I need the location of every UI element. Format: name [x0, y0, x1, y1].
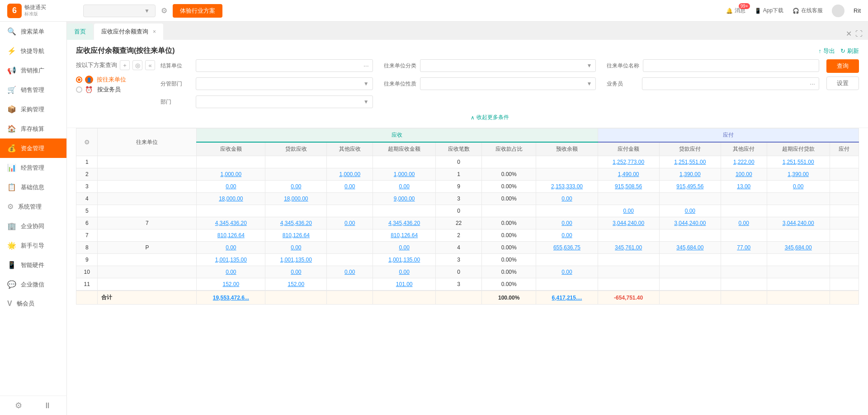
sidebar-item-search[interactable]: 🔍 搜索菜单: [0, 22, 66, 41]
overdue-ar-cell[interactable]: 0.00: [373, 181, 436, 193]
add-scheme-btn[interactable]: +: [120, 60, 130, 70]
query-btn[interactable]: 查询: [826, 59, 859, 73]
sidebar-item-guide[interactable]: 🌟 新手引导: [0, 236, 66, 255]
collapse-btn[interactable]: ∧ 收起更多条件: [160, 112, 819, 123]
overdue-ap-cell[interactable]: 345,684.00: [767, 242, 830, 254]
refresh-btn[interactable]: ↻ 刷新: [840, 47, 859, 55]
ar-amount-cell[interactable]: 0.00: [197, 266, 265, 278]
app-download-btn[interactable]: 📱 App下载: [755, 7, 783, 14]
sidebar-collapse-icon[interactable]: ⏸: [43, 401, 52, 410]
sidebar-item-inventory[interactable]: 🏠 库存核算: [0, 119, 66, 138]
sidebar-item-sales[interactable]: 🛒 销售管理: [0, 80, 66, 100]
ap-amount-cell[interactable]: 0.00: [598, 205, 659, 217]
loan-ar-cell[interactable]: 0.00: [265, 242, 327, 254]
sidebar-item-system[interactable]: ⚙ 系统管理: [0, 197, 66, 216]
other-ap-cell[interactable]: 1,222.00: [721, 156, 767, 168]
other-ap-cell[interactable]: 100.00: [721, 168, 767, 181]
other-ar-cell[interactable]: 0.00: [327, 266, 373, 278]
overdue-ar-cell[interactable]: 810,126.64: [373, 229, 436, 242]
prepay-balance-cell[interactable]: 0.00: [536, 217, 598, 229]
online-service-btn[interactable]: 🎧 在线客服: [793, 7, 823, 14]
tab-fullscreen-icon[interactable]: ⛶: [855, 30, 863, 38]
dept-manager-select[interactable]: ▼: [196, 77, 373, 90]
messages-btn[interactable]: 🔔 消息 99+: [726, 7, 745, 14]
loan-ap-cell[interactable]: 1,390.00: [659, 168, 721, 181]
loan-ar-cell[interactable]: 1,001,135.00: [265, 254, 327, 266]
loan-ar-cell[interactable]: 18,000.00: [265, 193, 327, 205]
overdue-ap-cell[interactable]: 1,251,551.00: [767, 156, 830, 168]
department-select[interactable]: ▼: [196, 95, 373, 108]
prepay-balance-cell[interactable]: 0.00: [536, 193, 598, 205]
prepay-balance-cell[interactable]: 0.00: [536, 266, 598, 278]
loan-ap-cell[interactable]: 915,495.56: [659, 181, 721, 193]
setting-btn[interactable]: 设置: [826, 76, 859, 90]
ar-amount-cell[interactable]: 0.00: [197, 242, 265, 254]
loan-ar-cell[interactable]: 810,126.64: [265, 229, 327, 242]
collapse-scheme-btn[interactable]: «: [145, 60, 155, 70]
sidebar-item-wechat[interactable]: 💬 企业微信: [0, 275, 66, 294]
partner-nature-select[interactable]: ▼: [420, 77, 596, 90]
sidebar-item-quick[interactable]: ⚡ 快捷导航: [0, 41, 66, 61]
prepay-balance-cell[interactable]: 655,636.75: [536, 242, 598, 254]
ar-amount-cell[interactable]: 152.00: [197, 278, 265, 291]
overdue-ar-cell[interactable]: 9,000.00: [373, 193, 436, 205]
user-avatar[interactable]: [832, 5, 844, 17]
loan-ap-cell[interactable]: 0.00: [659, 205, 721, 217]
ap-amount-cell[interactable]: 1,252,773.00: [598, 156, 659, 168]
other-ar-cell[interactable]: 0.00: [327, 181, 373, 193]
overdue-ap-cell[interactable]: 3,044,240.00: [767, 217, 830, 229]
prepay-balance-cell[interactable]: 2,153,333.00: [536, 181, 598, 193]
table-gear-icon[interactable]: ⚙: [84, 138, 90, 146]
sidebar-item-enterprise[interactable]: 🏢 企业协同: [0, 216, 66, 236]
loan-ar-cell[interactable]: 4,345,436.20: [265, 217, 327, 229]
overdue-ap-cell[interactable]: 0.00: [767, 181, 830, 193]
total-prepay[interactable]: 6,417,215....: [536, 291, 598, 305]
other-ar-cell[interactable]: 1,000.00: [327, 168, 373, 181]
tab-home[interactable]: 首页: [67, 24, 93, 40]
ap-amount-cell[interactable]: 3,044,240.00: [598, 217, 659, 229]
tab-close-window-icon[interactable]: ✕: [846, 29, 852, 38]
overdue-ar-cell[interactable]: 0.00: [373, 242, 436, 254]
ar-amount-cell[interactable]: 18,000.00: [197, 193, 265, 205]
tab-ar-ap[interactable]: 应收应付余额查询 ×: [94, 24, 163, 40]
sidebar-item-operation[interactable]: 📊 经营管理: [0, 158, 66, 177]
partner-category-select[interactable]: ▼: [420, 59, 596, 72]
loan-ar-cell[interactable]: 0.00: [265, 266, 327, 278]
sidebar-settings-icon[interactable]: ⚙: [15, 401, 22, 410]
sidebar-item-basic[interactable]: 📋 基础信息: [0, 177, 66, 197]
settlement-unit-input[interactable]: ···: [196, 59, 373, 72]
overdue-ar-cell[interactable]: 101.00: [373, 278, 436, 291]
overdue-ar-cell[interactable]: 4,345,436.20: [373, 217, 436, 229]
export-btn[interactable]: ↑ 导出: [819, 47, 835, 55]
salesman-input[interactable]: ···: [642, 77, 819, 90]
sidebar-item-capital[interactable]: 💰 资金管理: [0, 138, 66, 158]
loan-ar-cell[interactable]: 152.00: [265, 278, 327, 291]
header-nav-input[interactable]: ▼: [83, 5, 156, 17]
overdue-ar-cell[interactable]: 1,001,135.00: [373, 254, 436, 266]
scheme-by-partner[interactable]: 👤 按往来单位: [76, 76, 126, 84]
total-ar-amount[interactable]: 19,553,472.6...: [197, 291, 265, 305]
ap-amount-cell[interactable]: 1,490.00: [598, 168, 659, 181]
sidebar-item-marketing[interactable]: 📢 营销推广: [0, 61, 66, 80]
prepay-balance-cell[interactable]: 0.00: [536, 229, 598, 242]
ap-amount-cell[interactable]: 915,508.56: [598, 181, 659, 193]
other-ap-cell[interactable]: 77.00: [721, 242, 767, 254]
ar-amount-cell[interactable]: 0.00: [197, 181, 265, 193]
tab-close-icon[interactable]: ×: [153, 29, 156, 35]
overdue-ar-cell[interactable]: 0.00: [373, 266, 436, 278]
overdue-ar-cell[interactable]: 1,000.00: [373, 168, 436, 181]
ar-amount-cell[interactable]: 810,126.64: [197, 229, 265, 242]
ar-amount-cell[interactable]: 1,000.00: [197, 168, 265, 181]
ap-amount-cell[interactable]: 345,761.00: [598, 242, 659, 254]
loan-ar-cell[interactable]: 0.00: [265, 181, 327, 193]
other-ar-cell[interactable]: 0.00: [327, 217, 373, 229]
loan-ap-cell[interactable]: 3,044,240.00: [659, 217, 721, 229]
ar-amount-cell[interactable]: 4,345,436.20: [197, 217, 265, 229]
settings-gear-icon[interactable]: ⚙: [161, 6, 167, 15]
sidebar-item-hardware[interactable]: 📱 智能硬件: [0, 255, 66, 275]
sidebar-item-member[interactable]: V 畅会员: [0, 294, 66, 313]
settings-scheme-btn[interactable]: ◎: [132, 60, 142, 70]
sidebar-item-purchase[interactable]: 📦 采购管理: [0, 100, 66, 119]
loan-ap-cell[interactable]: 345,684.00: [659, 242, 721, 254]
other-ap-cell[interactable]: 13.00: [721, 181, 767, 193]
